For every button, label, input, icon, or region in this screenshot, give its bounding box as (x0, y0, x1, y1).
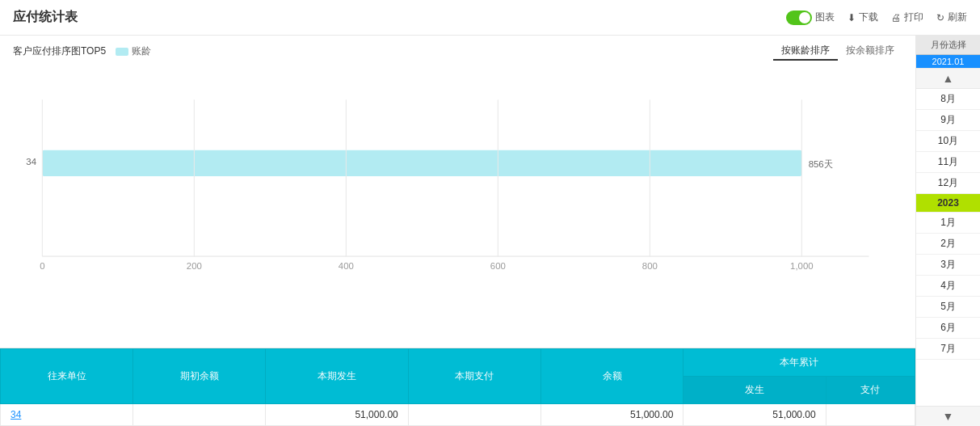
sidebar-month-item[interactable]: 2月 (916, 234, 980, 255)
svg-text:200: 200 (187, 260, 203, 271)
sidebar-current-year-label: 2021.01 (916, 55, 980, 68)
header-actions: 图表 ⬇ 下载 🖨 打印 ↻ 刷新 (786, 11, 967, 25)
svg-text:800: 800 (642, 260, 658, 271)
legend-age-label: 账龄 (132, 44, 151, 58)
sidebar-year-marker: 2023 (916, 194, 980, 213)
legend-color-age (116, 48, 128, 56)
sidebar-month-header: 月份选择 (916, 36, 980, 55)
chart-label: 图表 (815, 11, 835, 24)
stats-table: 往来单位 期初余额 本期发生 本期支付 余额 本年累计 发生 支付 (0, 348, 915, 426)
print-label: 打印 (904, 11, 923, 24)
svg-rect-1 (42, 150, 801, 176)
col-payment-header: 本期支付 (408, 349, 540, 404)
table-wrapper: 往来单位 期初余额 本期发生 本期支付 余额 本年累计 发生 支付 (0, 348, 915, 426)
unit-link[interactable]: 34 (11, 409, 21, 420)
sidebar-month-item[interactable]: 6月 (916, 318, 980, 339)
col-ytd-payment-header: 支付 (826, 377, 915, 404)
chart-panel: 客户应付排序图TOP5 账龄 按账龄排序 按余额排序 34 (0, 36, 915, 426)
print-icon: 🖨 (891, 12, 901, 23)
svg-text:856天: 856天 (809, 158, 834, 169)
sidebar-months-list: 8月9月10月11月12月20231月2月3月4月5月6月7月 (916, 89, 980, 406)
chart-area: 34 856天 0 200 400 600 800 1,000 (0, 67, 915, 348)
page-title: 应付统计表 (13, 9, 78, 26)
cell-opening (133, 404, 266, 426)
sidebar-month-item[interactable]: 1月 (916, 213, 980, 234)
svg-text:34: 34 (26, 156, 36, 167)
sidebar-month-item[interactable]: 4月 (916, 276, 980, 297)
refresh-icon: ↻ (936, 12, 944, 23)
sidebar-month-item[interactable]: 10月 (916, 131, 980, 152)
sidebar-scroll-down-button[interactable]: ▼ (916, 406, 980, 426)
refresh-label: 刷新 (948, 11, 967, 24)
refresh-button[interactable]: ↻ 刷新 (936, 11, 967, 24)
cell-ytd-payment (826, 404, 915, 426)
sidebar-month-item[interactable]: 5月 (916, 297, 980, 318)
download-icon: ⬇ (848, 12, 856, 23)
svg-text:1,000: 1,000 (790, 260, 814, 271)
cell-unit: 34 (1, 404, 133, 426)
sidebar-month-item[interactable]: 11月 (916, 152, 980, 173)
col-ytd-header: 本年累计 (683, 349, 915, 377)
svg-text:0: 0 (40, 260, 45, 271)
header: 应付统计表 图表 ⬇ 下载 🖨 打印 ↻ 刷新 (0, 0, 980, 36)
chart-legend-title: 客户应付排序图TOP5 (13, 44, 106, 58)
col-occurrence-header: 本期发生 (266, 349, 408, 404)
chart-sort-buttons: 按账龄排序 按余额排序 (773, 42, 902, 61)
cell-ytd-occurrence: 51,000.00 (683, 404, 826, 426)
col-balance-header: 余额 (541, 349, 683, 404)
sidebar-month-item[interactable]: 8月 (916, 89, 980, 110)
col-unit-header: 往来单位 (1, 349, 133, 404)
main-area: 客户应付排序图TOP5 账龄 按账龄排序 按余额排序 34 (0, 36, 980, 426)
cell-balance: 51,000.00 (541, 404, 683, 426)
chart-header: 客户应付排序图TOP5 账龄 按账龄排序 按余额排序 (0, 36, 915, 67)
chart-legend: 客户应付排序图TOP5 账龄 (13, 44, 151, 58)
svg-text:400: 400 (339, 260, 355, 271)
print-button[interactable]: 🖨 打印 (891, 11, 923, 24)
legend-item-age: 账龄 (116, 44, 151, 58)
sidebar-month-item[interactable]: 7月 (916, 339, 980, 360)
download-button[interactable]: ⬇ 下载 (848, 11, 878, 24)
table-row: 34 51,000.00 51,000.00 51,000.00 (1, 404, 915, 426)
toggle-switch-icon[interactable] (786, 11, 812, 25)
table-area: 往来单位 期初余额 本期发生 本期支付 余额 本年累计 发生 支付 (0, 348, 915, 426)
sort-by-balance-button[interactable]: 按余额排序 (838, 42, 902, 61)
app-container: 应付统计表 图表 ⬇ 下载 🖨 打印 ↻ 刷新 (0, 0, 980, 426)
right-sidebar: 月份选择 2021.01 ▲ 8月9月10月11月12月20231月2月3月4月… (915, 36, 980, 426)
bar-chart: 34 856天 0 200 400 600 800 1,000 (13, 74, 902, 300)
sidebar-month-item[interactable]: 9月 (916, 110, 980, 131)
col-ytd-occurrence-header: 发生 (683, 377, 826, 404)
download-label: 下载 (859, 11, 878, 24)
sidebar-scroll-up-button[interactable]: ▲ (916, 68, 980, 89)
sidebar-month-item[interactable]: 12月 (916, 173, 980, 194)
sidebar-month-item[interactable]: 3月 (916, 255, 980, 276)
cell-occurrence: 51,000.00 (266, 404, 408, 426)
chart-toggle[interactable]: 图表 (786, 11, 835, 25)
sort-by-age-button[interactable]: 按账龄排序 (773, 42, 838, 61)
svg-text:600: 600 (490, 260, 507, 271)
col-opening-header: 期初余额 (133, 349, 266, 404)
cell-payment (408, 404, 540, 426)
